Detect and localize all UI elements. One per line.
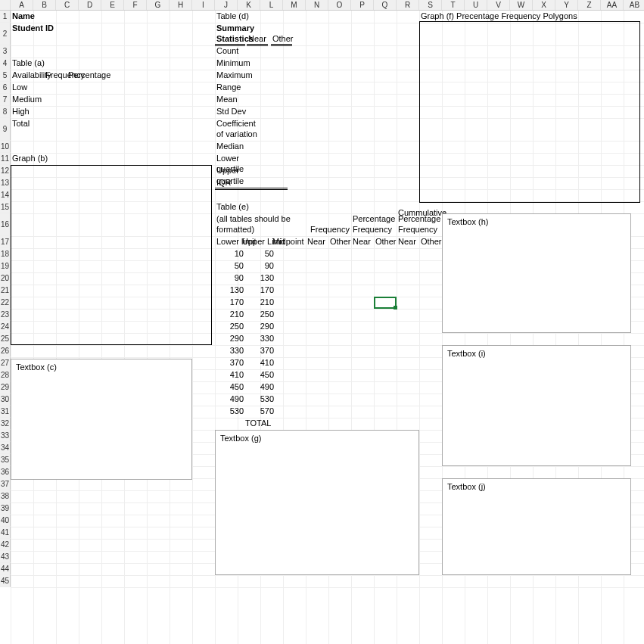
selection-cursor[interactable] — [374, 297, 397, 309]
row-header-18[interactable]: 18 — [0, 248, 11, 260]
col-header-F[interactable]: F — [124, 0, 147, 10]
col-header-J[interactable]: J — [215, 0, 238, 10]
column-headers[interactable]: ABCDEFGHIJKLMNOPQRSTUVWXYZAAAB — [0, 0, 644, 11]
col-header-U[interactable]: U — [465, 0, 487, 10]
row-header-30[interactable]: 30 — [0, 394, 11, 406]
col-header-N[interactable]: N — [306, 0, 328, 10]
col-header-W[interactable]: W — [510, 0, 533, 10]
row-header-10[interactable]: 10 — [0, 141, 11, 153]
grid-area[interactable]: Name Student ID Table (a) Availability F… — [11, 11, 644, 644]
bin-upper-12[interactable]: 530 — [245, 394, 275, 404]
col-header-H[interactable]: H — [170, 0, 192, 10]
row-header-24[interactable]: 24 — [0, 321, 11, 333]
row-header-35[interactable]: 35 — [0, 454, 11, 466]
col-header-I[interactable]: I — [192, 0, 215, 10]
row-header-33[interactable]: 33 — [0, 430, 11, 442]
bin-lower-3[interactable]: 130 — [215, 285, 245, 295]
col-header-Y[interactable]: Y — [555, 0, 578, 10]
row-header-14[interactable]: 14 — [0, 189, 11, 201]
row-header-28[interactable]: 28 — [0, 369, 11, 381]
row-header-36[interactable]: 36 — [0, 466, 11, 478]
row-headers[interactable]: 1234567891011121314151617181920212223242… — [0, 11, 11, 587]
row-header-1[interactable]: 1 — [0, 11, 11, 23]
col-header-AB[interactable]: AB — [624, 0, 644, 10]
col-header-T[interactable]: T — [442, 0, 465, 10]
col-header-O[interactable]: O — [328, 0, 351, 10]
row-header-38[interactable]: 38 — [0, 490, 11, 502]
col-header-L[interactable]: L — [260, 0, 283, 10]
row-header-5[interactable]: 5 — [0, 70, 11, 82]
col-header-corner[interactable] — [0, 0, 11, 10]
row-header-15[interactable]: 15 — [0, 201, 11, 213]
col-header-P[interactable]: P — [351, 0, 374, 10]
col-header-B[interactable]: B — [33, 0, 56, 10]
bin-upper-1[interactable]: 90 — [245, 260, 275, 271]
row-header-25[interactable]: 25 — [0, 333, 11, 345]
col-header-K[interactable]: K — [238, 0, 260, 10]
bin-lower-10[interactable]: 410 — [215, 369, 245, 380]
bin-upper-10[interactable]: 450 — [245, 369, 275, 380]
bin-upper-9[interactable]: 410 — [245, 357, 275, 368]
bin-upper-11[interactable]: 490 — [245, 381, 275, 392]
bin-upper-7[interactable]: 330 — [245, 333, 275, 344]
col-header-R[interactable]: R — [397, 0, 419, 10]
bin-lower-9[interactable]: 370 — [215, 357, 245, 368]
row-header-37[interactable]: 37 — [0, 478, 11, 490]
col-header-Z[interactable]: Z — [578, 0, 601, 10]
col-header-D[interactable]: D — [79, 0, 101, 10]
bin-lower-1[interactable]: 50 — [215, 260, 245, 271]
bin-lower-12[interactable]: 490 — [215, 394, 245, 404]
bin-lower-11[interactable]: 450 — [215, 381, 245, 392]
col-header-M[interactable]: M — [283, 0, 306, 10]
row-header-22[interactable]: 22 — [0, 297, 11, 309]
row-header-16[interactable]: 16 — [0, 213, 11, 236]
row-header-8[interactable]: 8 — [0, 106, 11, 118]
row-header-13[interactable]: 13 — [0, 177, 11, 189]
textbox-g[interactable]: Textbox (g) — [215, 430, 419, 575]
bin-upper-8[interactable]: 370 — [245, 345, 275, 356]
bin-upper-3[interactable]: 170 — [245, 285, 275, 295]
bin-lower-4[interactable]: 170 — [215, 297, 245, 307]
bin-upper-2[interactable]: 130 — [245, 272, 275, 283]
col-header-G[interactable]: G — [147, 0, 170, 10]
col-header-E[interactable]: E — [101, 0, 124, 10]
bin-upper-4[interactable]: 210 — [245, 297, 275, 307]
row-header-26[interactable]: 26 — [0, 345, 11, 357]
row-header-9[interactable]: 9 — [0, 118, 11, 141]
col-header-A[interactable]: A — [11, 0, 33, 10]
row-header-44[interactable]: 44 — [0, 563, 11, 575]
row-header-45[interactable]: 45 — [0, 575, 11, 587]
row-header-43[interactable]: 43 — [0, 551, 11, 563]
bin-lower-6[interactable]: 250 — [215, 321, 245, 331]
row-header-21[interactable]: 21 — [0, 285, 11, 297]
row-header-39[interactable]: 39 — [0, 502, 11, 515]
row-header-31[interactable]: 31 — [0, 406, 11, 418]
bin-upper-13[interactable]: 570 — [245, 406, 275, 416]
bin-upper-6[interactable]: 290 — [245, 321, 275, 331]
row-header-3[interactable]: 3 — [0, 45, 11, 58]
bin-lower-7[interactable]: 290 — [215, 333, 245, 344]
row-header-41[interactable]: 41 — [0, 527, 11, 539]
textbox-c[interactable]: Textbox (c) — [11, 359, 192, 480]
row-header-4[interactable]: 4 — [0, 58, 11, 70]
col-header-C[interactable]: C — [56, 0, 79, 10]
col-header-Q[interactable]: Q — [374, 0, 397, 10]
row-header-29[interactable]: 29 — [0, 381, 11, 394]
textbox-j[interactable]: Textbox (j) — [442, 478, 631, 575]
row-header-34[interactable]: 34 — [0, 442, 11, 454]
row-header-2[interactable]: 2 — [0, 23, 11, 45]
row-header-40[interactable]: 40 — [0, 515, 11, 527]
bin-lower-13[interactable]: 530 — [215, 406, 245, 416]
row-header-7[interactable]: 7 — [0, 94, 11, 106]
bin-upper-5[interactable]: 250 — [245, 309, 275, 319]
row-header-17[interactable]: 17 — [0, 236, 11, 248]
col-header-X[interactable]: X — [533, 0, 555, 10]
bin-upper-0[interactable]: 50 — [245, 248, 275, 259]
row-header-19[interactable]: 19 — [0, 260, 11, 272]
bin-lower-8[interactable]: 330 — [215, 345, 245, 356]
row-header-23[interactable]: 23 — [0, 309, 11, 321]
bin-lower-2[interactable]: 90 — [215, 272, 245, 283]
row-header-11[interactable]: 11 — [0, 153, 11, 165]
row-header-12[interactable]: 12 — [0, 165, 11, 177]
row-header-20[interactable]: 20 — [0, 272, 11, 285]
